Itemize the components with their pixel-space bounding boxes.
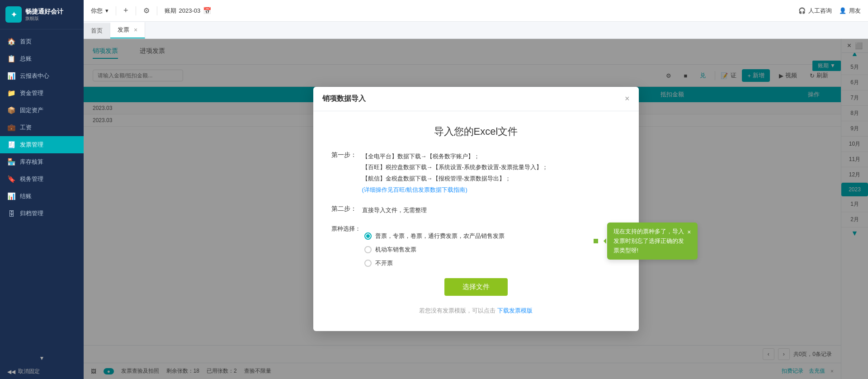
sidebar-cancel-pin[interactable]: ◀◀ 取消固定	[0, 364, 84, 379]
pin-icon: ◀◀	[7, 369, 15, 375]
topbar-right: 🎧 人工咨询 👤 用友	[798, 7, 861, 15]
archive-icon: 🗄	[7, 209, 15, 218]
topbar-divider-1	[116, 6, 116, 15]
sidebar-item-fixed-assets[interactable]: 📦 固定资产	[0, 102, 84, 119]
inventory-icon: 🏪	[7, 158, 15, 166]
import-modal: 销项数据导入 × 导入您的Excel文件 第一步： 【全电平台】数据下载→【税务…	[313, 87, 639, 331]
radio-normal-circle	[364, 232, 372, 240]
tooltip-dot	[594, 239, 598, 243]
logo-text: 畅捷通好会计 旗舰版	[25, 7, 63, 22]
step2: 第二步： 直接导入文件，无需整理	[331, 205, 621, 216]
tab-home-label: 首页	[91, 27, 103, 35]
sidebar-item-cloud-report[interactable]: 📊 云报表中心	[0, 67, 84, 85]
modal-main-title: 导入您的Excel文件	[331, 125, 621, 138]
tab-invoice-label: 发票	[118, 26, 129, 34]
cloud-report-icon: 📊	[7, 72, 15, 80]
radio-motor[interactable]: 机动车销售发票	[364, 246, 505, 254]
radio-group: 普票，专票，卷票，通行费发票，农产品销售发票 机动车销售发票 不开票	[364, 232, 505, 267]
headset-icon: 🎧	[798, 7, 806, 14]
tax-icon: 🔖	[7, 175, 15, 183]
modal-title: 销项数据导入	[322, 94, 366, 104]
modal-body: 导入您的Excel文件 第一步： 【全电平台】数据下载→【税务数字账户】； 【百…	[313, 111, 639, 331]
radio-motor-circle	[364, 246, 372, 253]
tooltip-close-btn[interactable]: ×	[687, 227, 691, 237]
radio-section-label: 票种选择：	[331, 225, 361, 233]
sidebar-item-archive[interactable]: 🗄 归档管理	[0, 205, 84, 222]
modal-footer: 若您没有发票模版，可以点击 下载发票模版	[331, 307, 621, 322]
step1-label: 第一步：	[331, 151, 357, 196]
modal-header: 销项数据导入 ×	[313, 87, 639, 111]
topbar-divider-2	[136, 6, 136, 15]
user-button[interactable]: 👤 用友	[839, 7, 861, 15]
radio-noinvoice[interactable]: 不开票	[364, 259, 505, 267]
period-display: 账期 2023-03 📅	[165, 7, 212, 15]
help-button[interactable]: 🎧 人工咨询	[798, 7, 832, 15]
sidebar-item-tax[interactable]: 🔖 税务管理	[0, 171, 84, 188]
tabs-bar: 首页 发票 ×	[84, 22, 868, 39]
tab-home[interactable]: 首页	[84, 23, 110, 38]
chevron-down-icon: ▾	[105, 7, 108, 14]
company-selector[interactable]: 你您 ▾	[91, 7, 108, 15]
sidebar-item-inventory[interactable]: 🏪 库存核算	[0, 153, 84, 171]
sidebar-item-settlement[interactable]: 📊 结账	[0, 188, 84, 205]
settlement-icon: 📊	[7, 192, 15, 200]
radio-section: 票种选择： 普票，专票，卷票，通行费发票，农产品销售发票	[331, 225, 621, 267]
step2-label: 第二步：	[331, 205, 357, 216]
sidebar: ✦ 畅捷通好会计 旗舰版 🏠 首页 📋 总账 📊 云报表中心 📁 资金管理	[0, 0, 84, 379]
sidebar-item-invoice[interactable]: 🧾 发票管理	[0, 136, 84, 153]
salary-icon: 💼	[7, 123, 15, 132]
radio-normal-inner	[366, 234, 370, 238]
radio-noinvoice-circle	[364, 260, 372, 267]
modal-close-btn[interactable]: ×	[625, 94, 630, 104]
app-logo: ✦ 畅捷通好会计 旗舰版	[0, 0, 84, 29]
radio-normal[interactable]: 普票，专票，卷票，通行费发票，农产品销售发票	[364, 232, 505, 240]
sidebar-item-home[interactable]: 🏠 首页	[0, 33, 84, 50]
sidebar-nav: 🏠 首页 📋 总账 📊 云报表中心 📁 资金管理 📦 固定资产 💼 工资	[0, 29, 84, 352]
page-content: 销项发票 进项发票 ⚙ ■ 兑	[84, 39, 868, 379]
calendar-icon[interactable]: 📅	[203, 7, 212, 15]
tooltip-bubble: × 现在支持的票种多了，导入发票时别忘了选择正确的发票类型呀!	[607, 223, 698, 260]
step2-content: 直接导入文件，无需整理	[362, 205, 427, 216]
home-icon: 🏠	[7, 38, 15, 46]
step1-content: 【全电平台】数据下载→【税务数字账户】； 【百旺】税控盘数据下载→【系统设置-系…	[362, 151, 548, 196]
add-button[interactable]: +	[123, 6, 128, 15]
modal-overlay: 销项数据导入 × 导入您的Excel文件 第一步： 【全电平台】数据下载→【税务…	[84, 39, 868, 379]
settings-icon[interactable]: ⚙	[143, 6, 150, 15]
logo-icon: ✦	[5, 6, 22, 23]
ledger-icon: 📋	[7, 55, 15, 63]
select-file-btn[interactable]: 选择文件	[444, 278, 508, 296]
topbar: 你您 ▾ + ⚙ 账期 2023-03 📅 🎧 人工咨询 👤 用友	[84, 0, 868, 22]
fixed-assets-icon: 📦	[7, 106, 15, 114]
step1: 第一步： 【全电平台】数据下载→【税务数字账户】； 【百旺】税控盘数据下载→【系…	[331, 151, 621, 196]
fund-icon: 📁	[7, 89, 15, 97]
sidebar-item-salary[interactable]: 💼 工资	[0, 119, 84, 136]
main-area: 你您 ▾ + ⚙ 账期 2023-03 📅 🎧 人工咨询 👤 用友	[84, 0, 868, 379]
user-icon: 👤	[839, 7, 846, 14]
download-guide-link[interactable]: (详细操作见百旺/航信发票数据下载指南)	[362, 186, 467, 193]
invoice-icon: 🧾	[7, 141, 15, 149]
tab-close-icon[interactable]: ×	[134, 26, 137, 33]
topbar-divider-3	[157, 6, 157, 15]
download-template-link[interactable]: 下载发票模版	[497, 307, 533, 314]
sidebar-scroll-down[interactable]: ▼	[0, 352, 84, 364]
tab-invoice[interactable]: 发票 ×	[110, 22, 145, 38]
sidebar-item-fund[interactable]: 📁 资金管理	[0, 85, 84, 102]
sidebar-item-ledger[interactable]: 📋 总账	[0, 50, 84, 67]
